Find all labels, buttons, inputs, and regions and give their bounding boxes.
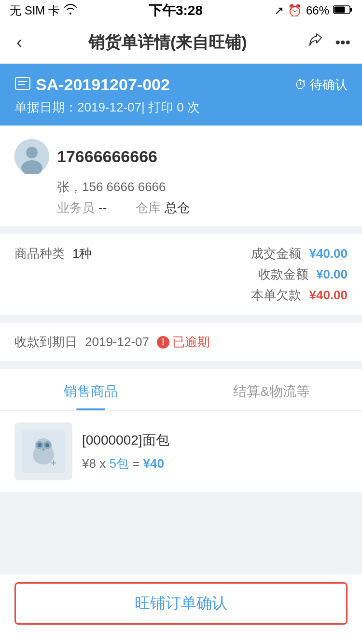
product-total: ¥40 [143,456,164,471]
order-date: 单据日期：2019-12-07| 打印 0 次 [14,99,348,116]
clock-icon: ⏱ [294,77,307,92]
summary-section: 商品种类 1种 成交金额 ¥40.00 收款金额 ¥0.00 本单欠款 ¥40.… [0,234,362,315]
deal-amount-label: 成交金额 [251,245,301,262]
order-status: ⏱ 待确认 [294,76,348,93]
overdue-text: 已逾期 [172,334,210,350]
svg-point-15 [45,443,49,447]
received-label: 收款金额 [258,266,308,283]
received-value: ¥0.00 [316,267,348,282]
status-right: ↗ ⏰ 66% [274,4,352,17]
product-info: [0000002]面包 ¥8 x 5包 = ¥40 [82,431,348,472]
battery-icon [333,4,352,17]
overdue-icon: ! [157,336,169,349]
order-header: SA-20191207-002 ⏱ 待确认 单据日期：2019-12-07| 打… [0,64,362,126]
warehouse-label: 仓库 [136,199,161,216]
warehouse-value: 总仓 [165,199,190,216]
product-qty: 5包 [109,456,128,471]
product-thumbnail: + [14,422,72,480]
svg-rect-2 [334,7,345,13]
customer-phone: 17666666666 [57,147,157,166]
due-label: 收款到期日 [14,334,77,350]
due-section: 收款到期日 2019-12-07 ! 已逾期 [0,323,362,361]
tab-goods[interactable]: 销售商品 [0,369,181,410]
order-icon [14,75,31,94]
wifi-icon [64,4,77,17]
confirm-button[interactable]: 旺铺订单确认 [14,582,348,625]
nav-bar: ‹ 销货单详情(来自旺铺) ••• [0,21,362,64]
deal-amount-value: ¥40.00 [309,246,348,261]
product-name: [0000002]面包 [82,431,348,449]
order-id: SA-20191207-002 [14,75,170,94]
goods-type: 商品种类 1种 [14,245,92,262]
location-icon: ↗ [274,4,284,17]
status-left: 无 SIM 卡 [10,3,77,18]
owed-value: ¥40.00 [309,288,348,303]
amount-summary: 成交金额 ¥40.00 收款金额 ¥0.00 本单欠款 ¥40.00 [251,245,348,304]
goods-type-value: 1种 [72,245,92,262]
tabs-header: 销售商品 结算&物流等 [0,369,362,411]
alarm-icon: ⏰ [288,4,302,17]
svg-rect-3 [15,78,30,89]
customer-avatar [14,139,49,174]
salesperson-label: 业务员 [57,199,95,216]
share-button[interactable] [308,32,325,53]
product-price: ¥8 x 5包 = ¥40 [82,455,348,472]
tabs-section: 销售商品 结算&物流等 + [0,369,362,492]
svg-text:+: + [51,458,56,468]
page-title: 销货单详情(来自旺铺) [27,31,308,54]
overdue-badge: ! 已逾期 [157,334,210,350]
customer-name: 张，156 6666 6666 [57,179,348,196]
nav-actions: ••• [308,32,350,53]
battery-text: 66% [306,4,329,17]
time-display: 下午3:28 [149,1,203,20]
due-date: 2019-12-07 [85,335,149,350]
back-button[interactable]: ‹ [12,28,27,57]
goods-type-label: 商品种类 [14,245,65,262]
tab-settlement[interactable]: 结算&物流等 [181,369,362,410]
bottom-bar: 旺铺订单确认 [0,574,362,644]
customer-section: 17666666666 张，156 6666 6666 业务员 -- 仓库 总仓 [0,126,362,226]
customer-meta: 业务员 -- 仓库 总仓 [57,199,348,216]
carrier-text: 无 SIM 卡 [10,3,60,18]
status-bar: 无 SIM 卡 下午3:28 ↗ ⏰ 66% [0,0,362,21]
svg-point-7 [26,147,38,158]
owed-label: 本单欠款 [251,287,301,304]
more-button[interactable]: ••• [335,34,350,51]
salesperson-value: -- [98,200,107,215]
product-item: + [0000002]面包 ¥8 x 5包 = ¥40 [0,411,362,492]
svg-point-13 [38,443,42,447]
svg-rect-1 [350,8,352,12]
